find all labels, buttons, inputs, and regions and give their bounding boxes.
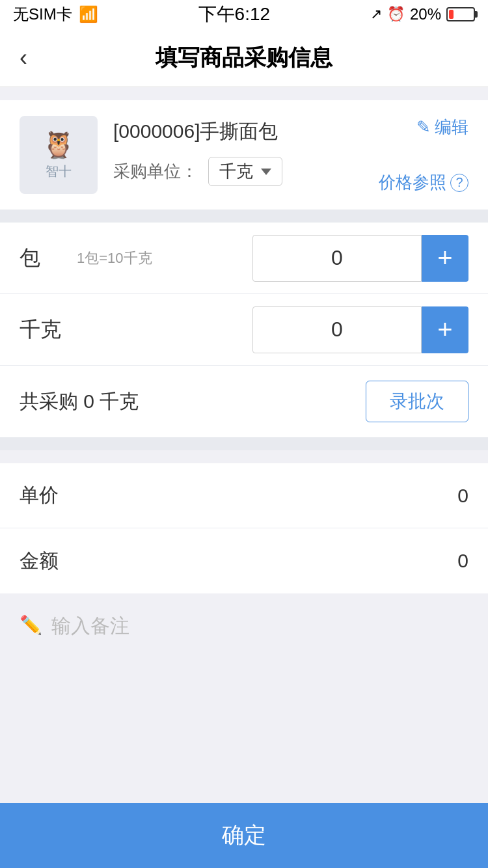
status-bar: 无SIM卡 📶 下午6:12 ↗ ⏰ 20% bbox=[0, 0, 488, 29]
status-time: 下午6:12 bbox=[198, 2, 271, 27]
alarm-icon: ⏰ bbox=[387, 6, 405, 23]
record-batch-button[interactable]: 录批次 bbox=[366, 381, 468, 422]
confirm-button[interactable]: 确定 bbox=[0, 803, 488, 868]
bag-sublabel: 1包=10千克 bbox=[77, 249, 252, 268]
confirm-label: 确定 bbox=[222, 821, 266, 850]
carrier-label: 无SIM卡 bbox=[13, 4, 72, 25]
unit-price-label: 单价 bbox=[20, 482, 59, 509]
edit-button[interactable]: ✎ 编辑 bbox=[416, 116, 468, 139]
unit-value: 千克 bbox=[219, 160, 253, 183]
kg-input-row: 千克 0 + bbox=[0, 294, 488, 366]
battery-icon bbox=[446, 7, 475, 21]
battery-percent: 20% bbox=[410, 5, 441, 23]
edit-label: 编辑 bbox=[435, 116, 468, 139]
section-divider-2 bbox=[0, 437, 488, 450]
kg-input-right: 0 + bbox=[252, 306, 468, 353]
bag-label: 包 bbox=[20, 244, 72, 273]
pencil-icon: ✏️ bbox=[20, 614, 42, 636]
kg-plus-button[interactable]: + bbox=[422, 306, 468, 353]
amount-row: 金额 0 bbox=[0, 528, 488, 593]
kg-label: 千克 bbox=[20, 316, 72, 344]
bag-quantity-input[interactable]: 0 bbox=[252, 235, 422, 282]
amount-label: 金额 bbox=[20, 548, 59, 575]
battery-fill bbox=[449, 10, 454, 19]
back-button[interactable]: ‹ bbox=[20, 44, 27, 72]
total-row: 共采购 0 千克 录批次 bbox=[0, 366, 488, 437]
unit-label: 采购单位： bbox=[113, 160, 198, 183]
price-section: 单价 0 金额 0 bbox=[0, 463, 488, 593]
chevron-down-icon bbox=[261, 169, 271, 175]
location-icon: ↗ bbox=[370, 6, 382, 23]
product-owl-icon: 🦉 bbox=[42, 129, 75, 160]
bag-plus-button[interactable]: + bbox=[422, 235, 468, 282]
total-value: 0 bbox=[83, 390, 94, 412]
amount-value: 0 bbox=[457, 550, 468, 572]
unit-price-row: 单价 0 bbox=[0, 463, 488, 528]
total-unit: 千克 bbox=[100, 390, 139, 412]
total-label-text: 共采购 bbox=[20, 390, 78, 412]
status-left: 无SIM卡 📶 bbox=[13, 4, 98, 25]
product-image-text: 智十 bbox=[46, 163, 72, 180]
kg-quantity-input[interactable]: 0 bbox=[252, 306, 422, 353]
bag-input-row: 包 1包=10千克 0 + bbox=[0, 223, 488, 294]
wifi-icon: 📶 bbox=[79, 5, 98, 23]
unit-select[interactable]: 千克 bbox=[208, 157, 282, 186]
price-ref-button[interactable]: 价格参照 ? bbox=[379, 171, 468, 194]
bag-input-right: 0 + bbox=[252, 235, 468, 282]
notes-section[interactable]: ✏️ 输入备注 bbox=[0, 593, 488, 789]
product-card: 🦉 智十 [0000006]手撕面包 采购单位： 千克 ✎ 编辑 价格参照 ? bbox=[0, 100, 488, 210]
product-image: 🦉 智十 bbox=[20, 116, 98, 194]
edit-icon: ✎ bbox=[416, 117, 431, 137]
status-right: ↗ ⏰ 20% bbox=[370, 5, 475, 23]
section-divider-1 bbox=[0, 210, 488, 223]
product-name: [0000006]手撕面包 bbox=[113, 118, 468, 145]
unit-price-value: 0 bbox=[457, 485, 468, 507]
total-label: 共采购 0 千克 bbox=[20, 388, 139, 415]
notes-placeholder: 输入备注 bbox=[51, 613, 129, 640]
price-ref-label: 价格参照 bbox=[379, 171, 446, 194]
input-section: 包 1包=10千克 0 + 千克 0 + bbox=[0, 223, 488, 366]
price-ref-icon: ? bbox=[450, 174, 468, 192]
nav-bar: ‹ 填写商品采购信息 bbox=[0, 29, 488, 87]
page-title: 填写商品采购信息 bbox=[156, 43, 332, 73]
